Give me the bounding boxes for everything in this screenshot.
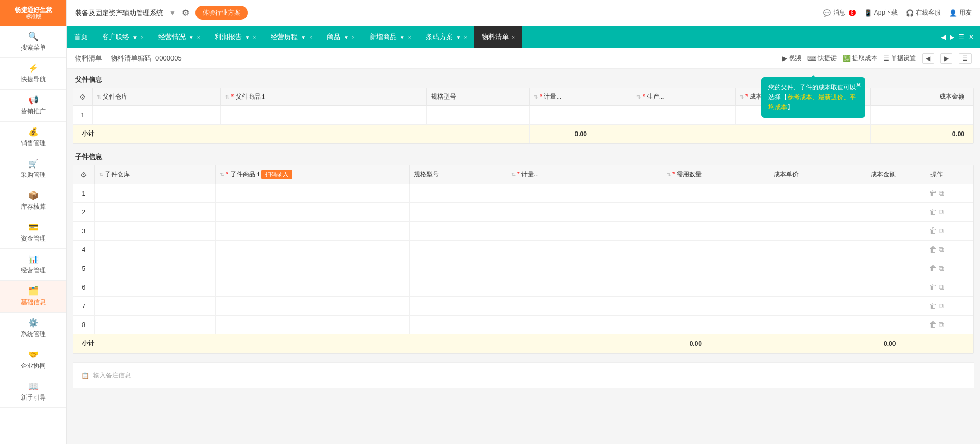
child-row-3-spec[interactable] xyxy=(410,222,507,241)
child-row-3-unitcost[interactable] xyxy=(706,222,803,241)
gear-settings-icon[interactable]: ⚙ xyxy=(182,8,189,18)
parent-row-product[interactable] xyxy=(221,106,427,125)
copy-icon[interactable]: ⧉ xyxy=(939,302,944,310)
sidebar-item-guide[interactable]: 📖 新手引导 xyxy=(0,376,66,408)
sidebar-item-quicknav[interactable]: ⚡ 快捷导航 xyxy=(0,58,66,90)
child-row-2-qty[interactable] xyxy=(604,203,706,222)
child-row-5-warehouse[interactable] xyxy=(94,259,216,278)
child-row-8-product[interactable] xyxy=(216,316,410,334)
child-row-8-qty[interactable] xyxy=(604,316,706,334)
message-button[interactable]: 💬 消息 6 xyxy=(823,8,856,17)
tab-close-all-icon[interactable]: ✕ xyxy=(966,33,976,41)
scan-button[interactable]: 扫码录入 xyxy=(261,170,292,179)
delete-icon[interactable]: 🗑 xyxy=(929,302,937,310)
copy-icon[interactable]: ⧉ xyxy=(939,283,944,292)
delete-icon[interactable]: 🗑 xyxy=(929,320,937,329)
tab-new-goods[interactable]: 新增商品 ▼ × xyxy=(362,26,419,48)
sidebar-item-search[interactable]: 🔍 搜索菜单 xyxy=(0,26,66,58)
child-row-2-product[interactable] xyxy=(216,203,410,222)
child-row-6-qty[interactable] xyxy=(604,278,706,297)
tab-close-icon[interactable]: × xyxy=(141,34,144,40)
tab-prev-icon[interactable]: ◀ xyxy=(939,33,948,41)
child-row-5-product[interactable] xyxy=(216,259,410,278)
child-row-8-spec[interactable] xyxy=(410,316,507,334)
tab-bom[interactable]: 物料清单 × xyxy=(474,26,522,48)
child-row-6-spec[interactable] xyxy=(410,278,507,297)
copy-icon[interactable]: ⧉ xyxy=(939,320,944,329)
child-row-8-unit[interactable] xyxy=(507,316,604,334)
sidebar-item-operations[interactable]: 📊 经营管理 xyxy=(0,249,66,281)
extract-cost-button[interactable]: 💹 提取成本 xyxy=(843,54,877,63)
child-row-2-spec[interactable] xyxy=(410,203,507,222)
child-row-5-unitcost[interactable] xyxy=(706,259,803,278)
online-service-button[interactable]: 🎧 在线客服 xyxy=(906,8,941,17)
child-row-6-unitcost[interactable] xyxy=(706,278,803,297)
breadcrumb-bom[interactable]: 物料清单 xyxy=(75,54,102,63)
child-row-8-warehouse[interactable] xyxy=(94,316,216,334)
child-row-7-spec[interactable] xyxy=(410,297,507,316)
tab-close-icon[interactable]: × xyxy=(408,34,411,40)
tab-barcode[interactable]: 条码方案 ▼ × xyxy=(419,26,475,48)
child-row-3-unit[interactable] xyxy=(507,222,604,241)
app-download-button[interactable]: 📱 App下载 xyxy=(864,8,898,17)
child-row-8-unitcost[interactable] xyxy=(706,316,803,334)
tab-profit[interactable]: 利润报告 ▼ × xyxy=(207,26,264,48)
child-row-2-unit[interactable] xyxy=(507,203,604,222)
child-row-3-product[interactable] xyxy=(216,222,410,241)
child-row-4-qty[interactable] xyxy=(604,241,706,259)
child-row-7-unit[interactable] xyxy=(507,297,604,316)
delete-icon[interactable]: 🗑 xyxy=(929,226,937,235)
sidebar-item-enterprise[interactable]: 🤝 企业协同 xyxy=(0,344,66,376)
child-row-4-unitcost[interactable] xyxy=(706,241,803,259)
notes-placeholder[interactable]: 输入备注信息 xyxy=(93,371,131,380)
sidebar-item-inventory[interactable]: 📦 库存核算 xyxy=(0,185,66,217)
delete-icon[interactable]: 🗑 xyxy=(929,264,937,273)
trial-button[interactable]: 体验行业方案 xyxy=(195,6,248,20)
tooltip-close-button[interactable]: ✕ xyxy=(856,80,861,90)
single-settings-button[interactable]: ☰ 单据设置 xyxy=(884,54,916,63)
child-row-4-unit[interactable] xyxy=(507,241,604,259)
sidebar-item-basic[interactable]: 🗂️ 基础信息 xyxy=(0,281,66,313)
settings-gear-icon[interactable]: ⚙ xyxy=(79,93,86,101)
tab-goods[interactable]: 商品 ▼ × xyxy=(320,26,362,48)
child-row-6-product[interactable] xyxy=(216,278,410,297)
view-button[interactable]: ▶ 视频 xyxy=(782,54,801,63)
parent-row-produce[interactable] xyxy=(632,106,735,125)
child-row-1-unitcost[interactable] xyxy=(706,184,803,203)
tab-next-icon[interactable]: ▶ xyxy=(948,33,957,41)
child-row-4-warehouse[interactable] xyxy=(94,241,216,259)
user-menu-button[interactable]: 👤 用友 xyxy=(949,8,972,17)
copy-icon[interactable]: ⧉ xyxy=(939,264,944,273)
sidebar-item-purchase[interactable]: 🛒 采购管理 xyxy=(0,153,66,185)
copy-icon[interactable]: ⧉ xyxy=(939,189,944,198)
tab-close-icon[interactable]: × xyxy=(253,34,256,40)
child-row-2-warehouse[interactable] xyxy=(94,203,216,222)
dropdown-arrow-icon[interactable]: ▼ xyxy=(169,9,176,17)
child-row-5-qty[interactable] xyxy=(604,259,706,278)
tab-menu-icon[interactable]: ☰ xyxy=(957,33,966,41)
child-row-6-warehouse[interactable] xyxy=(94,278,216,297)
sidebar-item-marketing[interactable]: 📢 营销推广 xyxy=(0,90,66,122)
tab-close-icon[interactable]: × xyxy=(464,34,467,40)
child-row-1-qty[interactable] xyxy=(604,184,706,203)
child-row-7-qty[interactable] xyxy=(604,297,706,316)
child-row-2-unitcost[interactable] xyxy=(706,203,803,222)
copy-icon[interactable]: ⧉ xyxy=(939,226,944,235)
delete-icon[interactable]: 🗑 xyxy=(929,189,937,198)
child-row-1-product[interactable] xyxy=(216,184,410,203)
child-settings-gear-icon[interactable]: ⚙ xyxy=(80,171,87,179)
sidebar-item-finance[interactable]: 💳 资金管理 xyxy=(0,217,66,249)
delete-icon[interactable]: 🗑 xyxy=(929,208,937,217)
child-row-3-qty[interactable] xyxy=(604,222,706,241)
sidebar-item-sales[interactable]: 💰 销售管理 xyxy=(0,122,66,153)
nav-prev-button[interactable]: ◀ xyxy=(922,53,934,64)
child-row-1-spec[interactable] xyxy=(410,184,507,203)
parent-row-spec[interactable] xyxy=(426,106,529,125)
copy-icon[interactable]: ⧉ xyxy=(939,245,944,254)
child-row-1-unit[interactable] xyxy=(507,184,604,203)
parent-row-unit[interactable] xyxy=(530,106,632,125)
tab-close-icon[interactable]: × xyxy=(352,34,355,40)
child-row-1-warehouse[interactable] xyxy=(94,184,216,203)
child-row-5-unit[interactable] xyxy=(507,259,604,278)
child-row-6-unit[interactable] xyxy=(507,278,604,297)
